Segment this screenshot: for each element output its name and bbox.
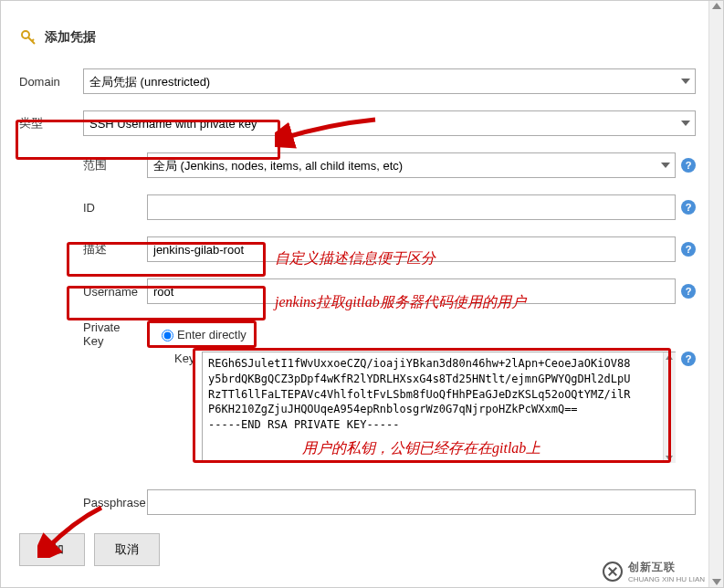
svg-line-2 — [32, 39, 34, 41]
help-icon[interactable]: ? — [681, 242, 696, 257]
scope-select-wrapper: 全局 (Jenkins, nodes, items, all child ite… — [147, 152, 676, 178]
page-title: 添加凭据 — [45, 29, 96, 46]
row-type: 类型 SSH Username with private key — [19, 110, 696, 136]
cancel-button[interactable]: 取消 — [94, 533, 160, 566]
brand-name: 创新互联 — [628, 561, 676, 573]
help-icon[interactable]: ? — [681, 284, 696, 299]
type-label: 类型 — [19, 115, 83, 131]
brand-logo-icon — [603, 562, 623, 582]
scroll-up-icon[interactable] — [712, 3, 721, 9]
row-passphrase: Passphrase — [19, 489, 696, 515]
annotation-key: 用户的私钥，公钥已经存在在gitlab上 — [302, 439, 540, 458]
add-button[interactable]: 添加 — [19, 533, 85, 566]
id-label: ID — [19, 201, 147, 215]
footer-brand: 创新互联 CHUANG XIN HU LIAN — [603, 560, 705, 583]
scrollbar-vertical[interactable] — [708, 1, 723, 587]
annotation-username: jenkins拉取gitlab服务器代码使用的用户 — [275, 293, 526, 312]
type-select-wrapper: SSH Username with private key — [83, 110, 696, 136]
private-key-label: Private Key — [19, 320, 147, 348]
domain-select[interactable]: 全局凭据 (unrestricted) — [83, 68, 696, 94]
main-window: 添加凭据 Domain 全局凭据 (unrestricted) 类型 SSH U… — [0, 0, 724, 588]
desc-label: 描述 — [19, 241, 147, 257]
row-domain: Domain 全局凭据 (unrestricted) — [19, 68, 696, 94]
help-icon[interactable]: ? — [681, 200, 696, 215]
help-icon[interactable]: ? — [681, 158, 696, 173]
key-icon — [19, 28, 37, 47]
scope-select[interactable]: 全局 (Jenkins, nodes, items, all child ite… — [147, 152, 676, 178]
key-label: Key — [19, 352, 202, 365]
scope-label: 范围 — [19, 157, 147, 173]
page-header: 添加凭据 — [19, 28, 696, 47]
textarea-scrollbar[interactable] — [663, 352, 676, 463]
enter-directly-option[interactable]: Enter directly — [147, 320, 257, 348]
scroll-down-icon[interactable] — [712, 579, 721, 585]
row-private-key: Private Key Enter directly — [19, 320, 696, 348]
content-area: 添加凭据 Domain 全局凭据 (unrestricted) 类型 SSH U… — [1, 1, 723, 577]
button-row: 添加 取消 — [19, 533, 696, 566]
domain-select-wrapper: 全局凭据 (unrestricted) — [83, 68, 696, 94]
row-id: ID ? — [19, 194, 696, 220]
id-input[interactable] — [147, 194, 676, 220]
passphrase-label: Passphrase — [19, 496, 147, 509]
username-label: Username — [19, 285, 147, 299]
type-select[interactable]: SSH Username with private key — [83, 110, 696, 136]
enter-directly-radio[interactable] — [162, 330, 173, 341]
help-icon[interactable]: ? — [681, 352, 696, 366]
enter-directly-label: Enter directly — [177, 328, 247, 341]
annotation-desc: 自定义描述信息便于区分 — [275, 249, 435, 268]
domain-label: Domain — [19, 75, 83, 89]
scroll-up-icon — [666, 354, 673, 360]
svg-point-0 — [22, 31, 29, 38]
passphrase-input[interactable] — [147, 489, 696, 515]
brand-sub: CHUANG XIN HU LIAN — [628, 575, 705, 583]
scroll-down-icon — [666, 456, 673, 461]
row-scope: 范围 全局 (Jenkins, nodes, items, all child … — [19, 152, 696, 178]
